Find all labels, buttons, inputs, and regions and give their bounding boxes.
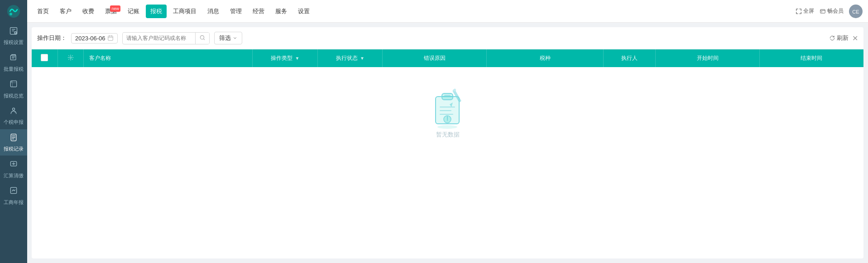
nav-message[interactable]: 消息 (203, 5, 224, 18)
sidebar: 报税设置 批量报税 报税总览 (0, 0, 27, 263)
date-label: 操作日期： (37, 34, 67, 42)
empty-illustration (427, 85, 468, 131)
th-checkbox (32, 49, 58, 67)
nav-invoice[interactable]: 票据 new (101, 5, 121, 18)
svg-rect-15 (108, 36, 113, 40)
nav-industry[interactable]: 工商项目 (168, 5, 201, 18)
personal-tax-icon (9, 106, 18, 118)
svg-point-26 (437, 125, 457, 129)
sidebar-item-tax-settings[interactable]: 报税设置 (0, 23, 27, 49)
filter-button[interactable]: 筛选 (214, 32, 242, 44)
nav-management[interactable]: 管理 (225, 5, 246, 18)
svg-point-7 (13, 108, 15, 110)
nav-customer[interactable]: 客户 (55, 5, 76, 18)
annual-report-icon (9, 186, 18, 198)
header-checkbox[interactable] (41, 54, 48, 61)
nav-settings[interactable]: 设置 (293, 5, 314, 18)
status-filter-icon[interactable]: ▼ (360, 56, 364, 61)
th-status: 执行状态 ▼ (317, 49, 383, 67)
date-value: 2023-06-06 (75, 35, 106, 42)
refresh-icon (829, 35, 835, 41)
svg-text:CE: CE (852, 9, 859, 15)
svg-point-17 (70, 57, 72, 58)
sidebar-item-personal-tax[interactable]: 个税申报 (0, 102, 27, 129)
search-icon (199, 34, 206, 41)
search-button[interactable] (195, 33, 209, 44)
sidebar-item-tax-records-label: 报税记录 (4, 146, 24, 152)
tax-overview-icon (9, 79, 18, 91)
svg-rect-11 (820, 9, 825, 13)
svg-rect-12 (821, 11, 822, 12)
avatar-icon: CE (849, 5, 863, 18)
svg-point-6 (11, 82, 12, 83)
sidebar-item-personal-tax-label: 个税申报 (4, 119, 24, 125)
empty-state: 暂无数据 (32, 67, 863, 157)
sidebar-item-settlement-label: 汇算清缴 (4, 172, 24, 179)
sidebar-item-annual-report-label: 工商年报 (4, 199, 24, 205)
sidebar-item-batch-tax-label: 批量报税 (4, 66, 24, 72)
op-type-filter-icon[interactable]: ▼ (295, 56, 299, 61)
svg-rect-23 (444, 95, 451, 97)
fullscreen-icon (796, 8, 802, 15)
topnav-right: 全屏 畅会员 CE (796, 5, 863, 18)
empty-text: 暂无数据 (436, 131, 460, 139)
tax-records-icon (9, 133, 18, 145)
sidebar-item-tax-overview-label: 报税总览 (4, 93, 24, 99)
sidebar-item-settlement[interactable]: 汇算清缴 (0, 156, 27, 182)
avatar[interactable]: CE (849, 5, 863, 18)
calendar-icon (107, 35, 114, 41)
close-button[interactable]: ✕ (852, 34, 858, 43)
th-executor: 执行人 (604, 49, 656, 67)
member-icon (820, 8, 826, 15)
sidebar-item-tax-overview[interactable]: 报税总览 (0, 76, 27, 102)
settlement-icon (9, 159, 18, 171)
table-container: 客户名称 操作类型 ▼ 执行状态 ▼ 错误原因 (32, 49, 863, 258)
invoice-badge: new (110, 5, 120, 12)
empty-row: 暂无数据 (32, 67, 863, 157)
sidebar-item-tax-records[interactable]: 报税记录 (0, 129, 27, 156)
svg-point-25 (447, 120, 448, 121)
nav-home[interactable]: 首页 (33, 5, 53, 18)
search-input[interactable] (123, 33, 195, 43)
date-picker[interactable]: 2023-06-06 (71, 33, 118, 44)
nav-bookkeeping[interactable]: 记账 (123, 5, 144, 18)
fullscreen-button[interactable]: 全屏 (796, 7, 814, 15)
nav-service[interactable]: 服务 (271, 5, 292, 18)
records-table: 客户名称 操作类型 ▼ 执行状态 ▼ 错误原因 (32, 49, 863, 157)
th-error: 错误原因 (383, 49, 487, 67)
th-op-type: 操作类型 ▼ (253, 49, 318, 67)
batch-tax-icon (9, 53, 18, 65)
sidebar-item-annual-report[interactable]: 工商年报 (0, 182, 27, 209)
nav-finance[interactable]: 经营 (248, 5, 269, 18)
svg-point-1 (10, 13, 12, 15)
sidebar-logo (0, 0, 27, 23)
table-header-row: 客户名称 操作类型 ▼ 执行状态 ▼ 错误原因 (32, 49, 863, 67)
nav-collection[interactable]: 收费 (78, 5, 99, 18)
tax-settings-icon (9, 26, 18, 38)
toolbar: 操作日期： 2023-06-06 筛选 (32, 27, 863, 49)
toolbar-right: 刷新 ✕ (829, 34, 858, 43)
th-customer: 客户名称 (84, 49, 253, 67)
sidebar-item-tax-settings-label: 报税设置 (4, 39, 24, 45)
top-nav: 首页 客户 收费 票据 new 记账 报税 工商项目 消息 (27, 0, 868, 23)
th-settings (58, 49, 83, 67)
nav-items: 首页 客户 收费 票据 new 记账 报税 工商项目 消息 (33, 5, 796, 18)
th-start-time: 开始时间 (656, 49, 760, 67)
search-box (122, 32, 210, 44)
svg-rect-4 (10, 55, 16, 60)
th-tax-type: 税种 (487, 49, 604, 67)
th-end-time: 结束时间 (759, 49, 863, 67)
sidebar-item-batch-tax[interactable]: 批量报税 (0, 49, 27, 76)
refresh-button[interactable]: 刷新 (829, 34, 849, 42)
settings-icon[interactable] (67, 54, 74, 61)
nav-tax[interactable]: 报税 (146, 5, 167, 18)
member-button[interactable]: 畅会员 (820, 7, 844, 15)
main-area: 首页 客户 收费 票据 new 记账 报税 工商项目 消息 (27, 0, 868, 263)
chevron-down-icon (233, 36, 237, 40)
content-area: 操作日期： 2023-06-06 筛选 (27, 23, 868, 263)
